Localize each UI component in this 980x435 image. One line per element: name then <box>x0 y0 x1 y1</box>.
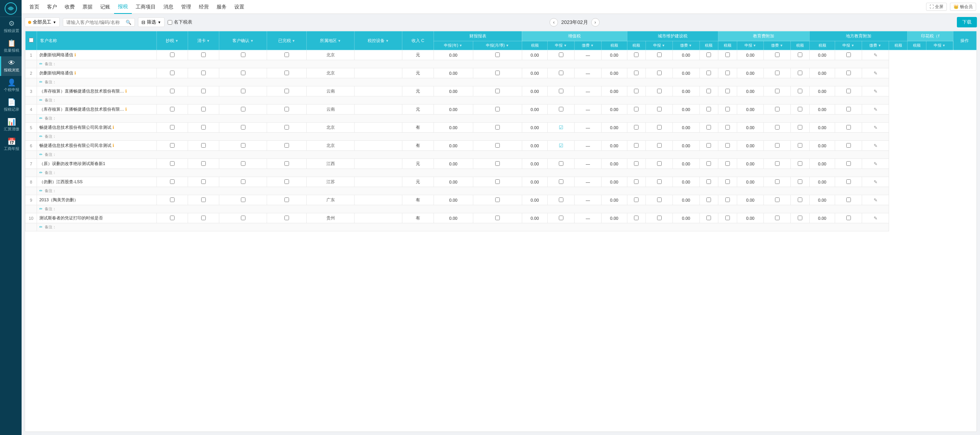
vip-btn[interactable]: 👑 畅会员 <box>950 3 976 11</box>
local-checkbox[interactable] <box>775 52 780 57</box>
city-pay-check[interactable] <box>646 177 673 187</box>
stamp-checkbox[interactable] <box>846 71 851 75</box>
edit-icon[interactable]: ✎ <box>874 179 877 185</box>
confirm-checkbox[interactable] <box>241 52 245 57</box>
chaoshui-checkbox[interactable] <box>170 52 175 57</box>
annual-declare-checkbox[interactable] <box>495 52 500 57</box>
city-checkbox[interactable] <box>634 179 639 184</box>
nav-service[interactable]: 服务 <box>213 0 230 14</box>
local-pay-check[interactable] <box>791 159 810 169</box>
city-checkbox[interactable] <box>634 216 639 220</box>
city-checkbox[interactable] <box>627 195 646 205</box>
confirm-checkbox[interactable] <box>241 179 245 184</box>
confirm-checkbox[interactable] <box>241 125 245 130</box>
annual-declare-checkbox[interactable] <box>495 89 500 93</box>
paid-checkbox[interactable] <box>284 125 289 130</box>
local-check[interactable] <box>764 141 791 151</box>
local-check[interactable] <box>764 68 791 78</box>
edu-check[interactable] <box>699 195 718 205</box>
city-checkbox[interactable] <box>627 68 646 78</box>
stamp-check[interactable] <box>835 50 862 60</box>
annual-declare-checkbox[interactable] <box>495 125 500 130</box>
sidebar-item-tax-settings[interactable]: ⚙ 报税设置 <box>0 17 22 37</box>
edu-pay-check[interactable] <box>718 159 737 169</box>
local-checkbox[interactable] <box>775 143 780 148</box>
chaoshui-checkbox[interactable] <box>170 216 175 220</box>
edu-checkbox[interactable] <box>706 143 711 148</box>
local-pay-check[interactable] <box>791 50 810 60</box>
action-cell[interactable]: ✎ <box>862 159 889 169</box>
confirm-cell[interactable] <box>219 123 267 133</box>
confirm-cell[interactable] <box>219 105 267 115</box>
fullscreen-btn[interactable]: ⛶ 全屏 <box>926 3 947 11</box>
edu-check[interactable] <box>699 123 718 133</box>
local-checkbox[interactable] <box>775 179 780 184</box>
local-check[interactable] <box>764 123 791 133</box>
edu-pay-checkbox[interactable] <box>725 143 730 148</box>
sidebar-item-annual-report[interactable]: 📅 工商年报 <box>0 135 22 155</box>
confirm-checkbox[interactable] <box>241 197 245 202</box>
vat-declare-cell[interactable] <box>548 86 575 96</box>
edu-pay-checkbox[interactable] <box>725 161 730 166</box>
qingka-checkbox[interactable] <box>201 52 206 57</box>
local-pay-check[interactable] <box>791 213 810 223</box>
stamp-checkbox[interactable] <box>846 52 851 57</box>
chaoshui-cell[interactable] <box>156 105 188 115</box>
vat-declare-checkbox[interactable] <box>559 52 563 57</box>
vat-declare-cell[interactable] <box>548 213 575 223</box>
edit-icon[interactable]: ✎ <box>874 52 877 58</box>
city-pay-check[interactable] <box>646 86 673 96</box>
annual-declare-checkbox[interactable] <box>495 71 500 75</box>
action-cell[interactable]: ✎ <box>862 141 889 151</box>
qingka-cell[interactable] <box>188 105 219 115</box>
vat-declare-cell[interactable] <box>548 105 575 115</box>
vat-declare-checkbox[interactable] <box>559 71 563 75</box>
city-pay-checkbox[interactable] <box>657 197 662 202</box>
paid-checkbox[interactable] <box>284 89 289 93</box>
city-checkbox[interactable] <box>634 89 639 93</box>
local-pay-checkbox[interactable] <box>798 52 802 57</box>
city-checkbox[interactable] <box>627 141 646 151</box>
annual-declare-cell[interactable] <box>473 213 522 223</box>
qingka-cell[interactable] <box>188 50 219 60</box>
city-pay-check[interactable] <box>646 141 673 151</box>
vat-declare-cell[interactable] <box>548 68 575 78</box>
edu-pay-checkbox[interactable] <box>725 197 730 202</box>
edit-icon[interactable]: ✎ <box>874 143 877 148</box>
nav-message[interactable]: 消息 <box>160 0 177 14</box>
nav-billing[interactable]: 收费 <box>61 0 79 14</box>
edit-icon[interactable]: ✎ <box>874 216 877 221</box>
paid-checkbox[interactable] <box>284 179 289 184</box>
stamp-check[interactable] <box>835 159 862 169</box>
nav-tax[interactable]: 报税 <box>114 0 132 14</box>
search-box[interactable]: 🔍 <box>63 18 135 27</box>
edu-pay-checkbox[interactable] <box>725 89 730 93</box>
local-pay-checkbox[interactable] <box>798 107 802 111</box>
paid-cell[interactable] <box>267 123 307 133</box>
city-pay-check[interactable] <box>646 213 673 223</box>
stamp-check[interactable] <box>835 195 862 205</box>
chaoshui-cell[interactable] <box>156 68 188 78</box>
local-checkbox[interactable] <box>775 161 780 166</box>
stamp-checkbox[interactable] <box>846 125 851 130</box>
sidebar-item-tax-record[interactable]: 📄 报税记录 <box>0 96 22 115</box>
chaoshui-checkbox[interactable] <box>170 71 175 75</box>
annual-declare-cell[interactable] <box>473 177 522 187</box>
edit-icon[interactable]: ✎ <box>874 161 877 167</box>
vat-declare-checkbox[interactable] <box>559 107 563 111</box>
local-pay-check[interactable] <box>791 105 810 115</box>
city-checkbox[interactable] <box>627 50 646 60</box>
stamp-check[interactable] <box>835 141 862 151</box>
annual-declare-checkbox[interactable] <box>495 197 500 202</box>
local-check[interactable] <box>764 213 791 223</box>
confirm-cell[interactable] <box>219 213 267 223</box>
edu-checkbox[interactable] <box>706 89 711 93</box>
action-cell[interactable]: ✎ <box>862 68 889 78</box>
nav-customer[interactable]: 客户 <box>43 0 61 14</box>
qingka-cell[interactable] <box>188 177 219 187</box>
stamp-check[interactable] <box>835 105 862 115</box>
prev-month-btn[interactable]: ‹ <box>550 18 558 27</box>
local-check[interactable] <box>764 86 791 96</box>
edu-check[interactable] <box>699 105 718 115</box>
vat-declare-cell[interactable] <box>548 195 575 205</box>
